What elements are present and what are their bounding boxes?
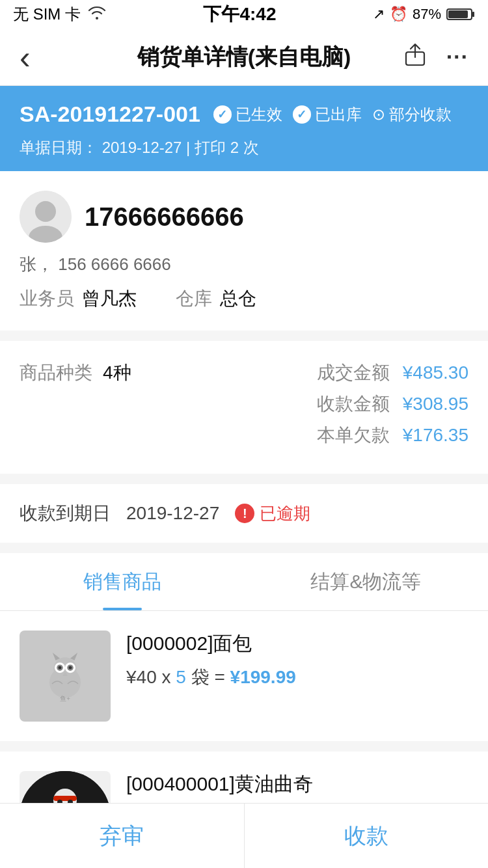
meta-date-value: 2019-12-27 [102, 139, 182, 156]
product-card-1: 鱼+ [0000002]面包 ¥40 x 5 袋 = ¥199.99 [0, 611, 488, 741]
svg-point-16 [69, 666, 72, 670]
check-icon-2: ✓ [293, 105, 311, 124]
badge-partial: ⊙ 部分收款 [372, 104, 452, 125]
check-icon-1: ✓ [213, 105, 232, 124]
status-time: 下午4:42 [203, 2, 276, 27]
confirm-button[interactable]: 收款 [245, 804, 489, 868]
customer-phone: 17666666666 [85, 202, 244, 232]
badge-shipped: ✓ 已出库 [293, 104, 362, 125]
received-amount-value: ¥308.95 [403, 394, 468, 414]
svg-rect-2 [472, 12, 474, 17]
customer-sub: 张， 156 6666 6666 [20, 253, 468, 276]
order-meta: 单据日期： 2019-12-27 | 打印 2 次 [20, 137, 468, 158]
nav-bar: ‹ 销货单详情(来自电脑) ··· [0, 29, 488, 86]
meta-print-count: 2 [230, 139, 239, 156]
due-amount-label: 本单欠款 [317, 423, 390, 448]
due-date-label: 收款到期日 [20, 501, 111, 526]
customer-section: 17666666666 张， 156 6666 6666 业务员 曾凡杰 仓库 … [0, 171, 488, 331]
status-bar: 无 SIM 卡 下午4:42 ↗ ⏰ 87% [0, 0, 488, 29]
product-info-1: [0000002]面包 ¥40 x 5 袋 = ¥199.99 [126, 631, 468, 690]
product-image-1: 鱼+ [20, 631, 111, 722]
nav-actions: ··· [403, 43, 468, 72]
overdue-icon: ! [235, 504, 254, 523]
order-header: SA-20191227-001 ✓ 已生效 ✓ 已出库 ⊙ 部分收款 单据日期：… [0, 86, 488, 171]
alarm-icon: ⏰ [390, 6, 407, 23]
wifi-icon [87, 5, 107, 23]
customer-row: 17666666666 [20, 191, 468, 243]
unit-1: 袋 [191, 667, 210, 687]
order-id: SA-20191227-001 [20, 102, 200, 127]
content-area: SA-20191227-001 ✓ 已生效 ✓ 已出库 ⊙ 部分收款 单据日期：… [0, 86, 488, 868]
svg-rect-21 [53, 796, 77, 801]
tab-settlement[interactable]: 结算&物流等 [244, 553, 488, 610]
salesperson-value: 曾凡杰 [82, 286, 137, 311]
equals-1: = [214, 667, 230, 687]
customer-name-text: 张， [20, 254, 53, 274]
meta-date-label: 单据日期： [20, 139, 98, 156]
due-date-value: 2019-12-27 [126, 503, 219, 524]
meta-separator: | [186, 139, 195, 156]
salesperson-label: 业务员 [20, 286, 74, 311]
summary-section: 商品种类 4种 成交金额 ¥485.30 收款金额 ¥308.95 本单欠款 ¥… [0, 341, 488, 474]
overdue-badge: ! 已逾期 [235, 502, 310, 525]
tabs-section: 销售商品 结算&物流等 [0, 553, 488, 611]
svg-point-5 [35, 201, 56, 222]
product-name-1: [0000002]面包 [126, 631, 468, 657]
order-header-row1: SA-20191227-001 ✓ 已生效 ✓ 已出库 ⊙ 部分收款 [20, 102, 468, 127]
more-icon[interactable]: ··· [446, 44, 468, 70]
tab-sales-products[interactable]: 销售商品 [0, 553, 244, 610]
product-types-label: 商品种类 [20, 360, 92, 385]
total-1: ¥199.99 [230, 667, 296, 687]
salesperson-item: 业务员 曾凡杰 [20, 286, 137, 311]
product-price-1: ¥40 x 5 袋 = ¥199.99 [126, 665, 468, 690]
quantity-1: 5 [176, 667, 186, 687]
tab-settlement-label: 结算&物流等 [310, 569, 421, 595]
product-types-count: 4种 [103, 360, 131, 385]
customer-details: 业务员 曾凡杰 仓库 总仓 [20, 286, 468, 311]
due-amount-row: 本单欠款 ¥176.35 [317, 423, 468, 448]
bottom-bar: 弃审 收款 [0, 803, 488, 868]
badge-effective: ✓ 已生效 [213, 104, 282, 125]
deal-amount-row: 成交金额 ¥485.30 [317, 360, 468, 385]
cancel-label: 弃审 [100, 821, 144, 851]
confirm-label: 收款 [344, 821, 388, 851]
multiply-1: x [162, 667, 176, 687]
summary-grid: 商品种类 4种 成交金额 ¥485.30 收款金额 ¥308.95 本单欠款 ¥… [20, 360, 468, 454]
tab-sales-label: 销售商品 [83, 569, 161, 595]
summary-right: 成交金额 ¥485.30 收款金额 ¥308.95 本单欠款 ¥176.35 [317, 360, 468, 454]
meta-print-label: 打印 [195, 139, 226, 156]
due-amount-value: ¥176.35 [403, 425, 468, 446]
status-badges: ✓ 已生效 ✓ 已出库 ⊙ 部分收款 [213, 104, 452, 125]
svg-rect-1 [448, 10, 468, 18]
received-amount-label: 收款金额 [317, 392, 390, 416]
meta-print-suffix: 次 [243, 139, 259, 156]
product-name-2: [000400001]黄油曲奇 [126, 771, 468, 798]
price-value-1: ¥40 [126, 667, 157, 687]
share-icon[interactable] [403, 43, 427, 72]
status-bar-left: 无 SIM 卡 [13, 4, 107, 25]
cancel-button[interactable]: 弃审 [0, 804, 245, 868]
overdue-text: 已逾期 [260, 502, 310, 525]
warehouse-label: 仓库 [176, 286, 212, 311]
status-effective: 已生效 [236, 104, 282, 125]
svg-text:鱼+: 鱼+ [60, 695, 70, 702]
page-title: 销货单详情(来自电脑) [137, 42, 351, 72]
carrier-text: 无 SIM 卡 [13, 4, 81, 25]
deal-amount-value: ¥485.30 [403, 362, 468, 383]
battery-percent: 87% [413, 6, 441, 23]
warehouse-item: 仓库 总仓 [176, 286, 256, 311]
received-amount-row: 收款金额 ¥308.95 [317, 392, 468, 416]
status-shipped: 已出库 [315, 104, 362, 125]
status-bar-right: ↗ ⏰ 87% [373, 6, 475, 23]
deal-amount-label: 成交金额 [317, 360, 390, 385]
tab-underline [103, 608, 142, 610]
summary-left: 商品种类 4种 [20, 360, 131, 454]
due-date-section: 收款到期日 2019-12-27 ! 已逾期 [0, 484, 488, 543]
avatar [20, 191, 72, 243]
status-partial: 部分收款 [389, 104, 452, 125]
product-types-row: 商品种类 4种 [20, 360, 131, 385]
tabs: 销售商品 结算&物流等 [0, 553, 488, 610]
back-button[interactable]: ‹ [20, 38, 31, 76]
warehouse-value: 总仓 [220, 286, 256, 311]
svg-point-15 [59, 666, 62, 670]
